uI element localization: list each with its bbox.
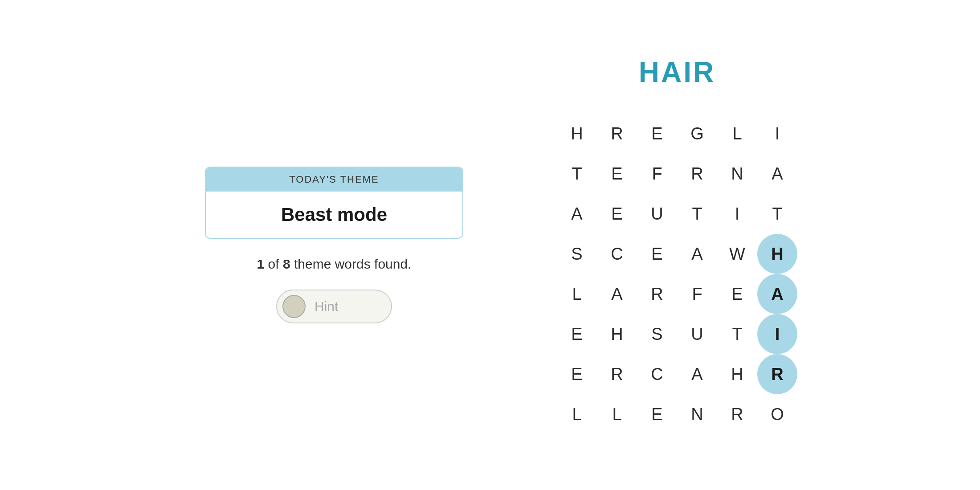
grid-cell[interactable]: E [557,314,597,354]
grid-cell[interactable]: S [557,234,597,274]
grid-cell[interactable]: I [757,114,797,154]
hint-label: Hint [314,299,338,314]
grid-cell[interactable]: G [677,114,717,154]
grid-cell[interactable]: A [557,194,597,234]
grid-cell[interactable]: N [677,394,717,434]
grid-cell[interactable]: H [557,114,597,154]
grid-cell[interactable]: A [677,354,717,394]
progress-text: 1 of 8 theme words found. [257,257,412,272]
grid-cell[interactable]: H [757,234,797,274]
puzzle-title: HAIR [639,56,715,89]
grid-cell[interactable]: E [597,154,637,194]
total-count: 8 [283,257,290,271]
grid-cell[interactable]: C [597,234,637,274]
toggle-knob [282,295,306,318]
left-panel: TODAY'S THEME Beast mode 1 of 8 theme wo… [183,167,486,323]
grid-cell[interactable]: A [757,274,797,314]
grid-cell[interactable]: T [757,194,797,234]
grid-cell[interactable]: A [677,234,717,274]
grid-cell[interactable]: C [637,354,677,394]
grid-cell[interactable]: U [637,194,677,234]
grid-cell[interactable]: R [597,354,637,394]
grid-cell[interactable]: R [757,354,797,394]
grid-cell[interactable]: S [637,314,677,354]
grid-cell[interactable]: E [557,354,597,394]
grid-cell[interactable]: A [757,154,797,194]
grid-cell[interactable]: F [637,154,677,194]
grid-cell[interactable]: A [597,274,637,314]
grid-cell[interactable]: U [677,314,717,354]
word-search-grid: HREGLITEFRNAAEUTITSCEAWHLARFEAEHSUTIERCA… [557,114,797,434]
grid-cell[interactable]: L [557,394,597,434]
grid-cell[interactable]: R [637,274,677,314]
grid-cell[interactable]: F [677,274,717,314]
grid-cell[interactable]: E [637,394,677,434]
grid-cell[interactable]: O [757,394,797,434]
grid-cell[interactable]: L [717,114,757,154]
grid-cell[interactable]: W [717,234,757,274]
grid-cell[interactable]: R [677,154,717,194]
grid-cell[interactable]: R [597,114,637,154]
grid-cell[interactable]: L [557,274,597,314]
grid-cell[interactable]: N [717,154,757,194]
grid-cell[interactable]: I [717,194,757,234]
grid-cell[interactable]: R [717,394,757,434]
theme-card: TODAY'S THEME Beast mode [205,167,463,239]
progress-of: of [268,257,283,271]
grid-cell[interactable]: H [597,314,637,354]
progress-suffix: theme words found. [294,257,411,271]
grid-cell[interactable]: L [597,394,637,434]
grid-cell[interactable]: E [637,234,677,274]
grid-cell[interactable]: T [557,154,597,194]
main-container: TODAY'S THEME Beast mode 1 of 8 theme wo… [0,0,980,490]
grid-cell[interactable]: H [717,354,757,394]
right-panel: HAIR HREGLITEFRNAAEUTITSCEAWHLARFEAEHSUT… [557,56,797,434]
grid-cell[interactable]: E [597,194,637,234]
theme-card-header: TODAY'S THEME [206,167,462,192]
theme-card-title: Beast mode [206,192,462,238]
grid-cell[interactable]: E [717,274,757,314]
grid-cell[interactable]: T [717,314,757,354]
found-count: 1 [257,257,265,271]
grid-cell[interactable]: I [757,314,797,354]
grid-cell[interactable]: E [637,114,677,154]
grid-cell[interactable]: T [677,194,717,234]
hint-toggle[interactable]: Hint [276,290,392,323]
